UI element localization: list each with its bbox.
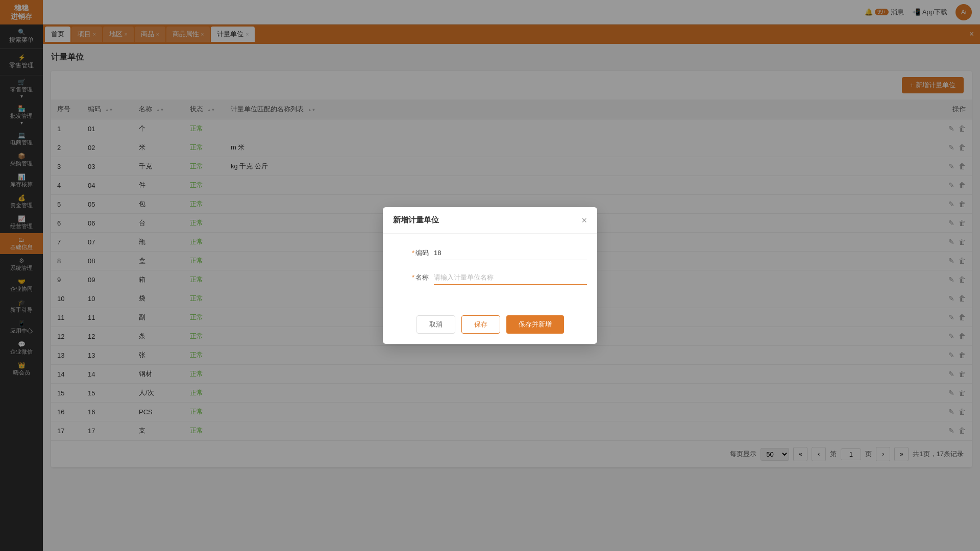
dialog-body: *编码 *名称 <box>383 234 597 307</box>
modal-overlay[interactable]: 新增计量单位 × *编码 *名称 取消 保存 保存并新增 <box>0 0 980 551</box>
form-row-name: *名称 <box>393 270 587 285</box>
form-row-code: *编码 <box>393 246 587 260</box>
dialog-footer: 取消 保存 保存并新增 <box>383 307 597 344</box>
code-label: *编码 <box>393 248 434 258</box>
cancel-button[interactable]: 取消 <box>416 315 455 334</box>
code-label-text: 编码 <box>415 249 429 257</box>
name-required-marker: * <box>412 273 414 281</box>
name-input[interactable] <box>434 270 587 285</box>
dialog-title: 新增计量单位 <box>393 215 439 225</box>
name-label: *名称 <box>393 273 434 282</box>
dialog-header: 新增计量单位 × <box>383 207 597 234</box>
name-label-text: 名称 <box>415 273 429 281</box>
code-required-marker: * <box>412 249 414 257</box>
code-input[interactable] <box>434 246 587 260</box>
save-button[interactable]: 保存 <box>461 315 500 334</box>
save-and-new-button[interactable]: 保存并新增 <box>506 315 564 334</box>
dialog-close-btn[interactable]: × <box>581 216 587 225</box>
add-unit-dialog: 新增计量单位 × *编码 *名称 取消 保存 保存并新增 <box>383 207 597 344</box>
